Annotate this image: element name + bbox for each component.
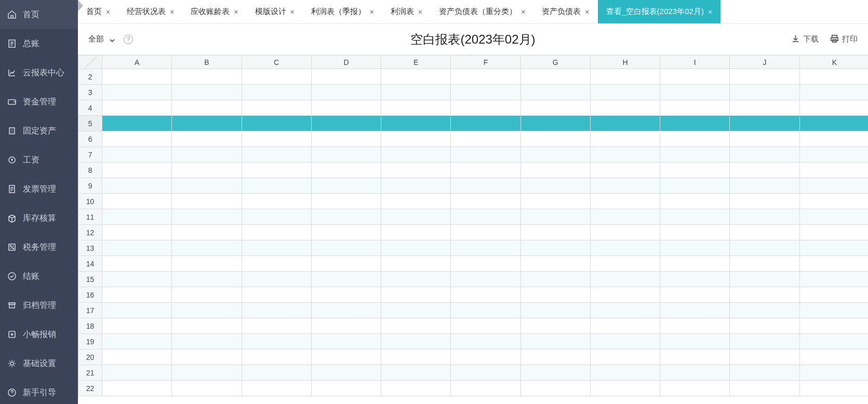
cell-H11[interactable] xyxy=(590,209,660,225)
cell-C2[interactable] xyxy=(242,69,311,85)
row-header-6[interactable]: 6 xyxy=(78,131,102,147)
cell-G22[interactable] xyxy=(520,381,590,396)
cell-B4[interactable] xyxy=(172,100,242,116)
sidebar-item-building[interactable]: 固定资产 xyxy=(0,116,78,145)
cell-F7[interactable] xyxy=(451,147,520,163)
cell-F16[interactable] xyxy=(451,287,520,303)
cell-I11[interactable] xyxy=(660,209,730,225)
row-header-10[interactable]: 10 xyxy=(78,194,102,209)
cell-E7[interactable] xyxy=(381,147,451,163)
cell-H6[interactable] xyxy=(590,131,660,147)
cell-D14[interactable] xyxy=(311,256,381,272)
cell-G19[interactable] xyxy=(520,334,590,349)
row-header-13[interactable]: 13 xyxy=(78,240,102,256)
cell-G9[interactable] xyxy=(520,178,590,194)
row-header-19[interactable]: 19 xyxy=(78,334,102,349)
cell-K6[interactable] xyxy=(799,131,868,147)
cell-H16[interactable] xyxy=(590,287,660,303)
sidebar-item-close-period[interactable]: 结账 xyxy=(0,262,78,291)
cell-A15[interactable] xyxy=(102,272,172,287)
cell-A21[interactable] xyxy=(102,365,172,381)
close-icon[interactable]: × xyxy=(290,8,295,16)
cell-F12[interactable] xyxy=(451,225,520,240)
cell-C10[interactable] xyxy=(242,194,311,209)
cell-B18[interactable] xyxy=(172,318,242,334)
row-header-17[interactable]: 17 xyxy=(78,303,102,318)
cell-K2[interactable] xyxy=(799,69,868,85)
row-header-11[interactable]: 11 xyxy=(78,209,102,225)
row-header-21[interactable]: 21 xyxy=(78,365,102,381)
cell-G20[interactable] xyxy=(520,349,590,365)
sidebar-item-home[interactable]: 首页 xyxy=(0,0,78,29)
cell-J13[interactable] xyxy=(730,240,799,256)
cell-F13[interactable] xyxy=(451,240,520,256)
tab-2[interactable]: 应收账龄表× xyxy=(182,0,246,23)
cell-B19[interactable] xyxy=(172,334,242,349)
cell-G16[interactable] xyxy=(520,287,590,303)
cell-F6[interactable] xyxy=(451,131,520,147)
cell-K14[interactable] xyxy=(799,256,868,272)
cell-C21[interactable] xyxy=(242,365,311,381)
cell-A12[interactable] xyxy=(102,225,172,240)
cell-H20[interactable] xyxy=(590,349,660,365)
sidebar-item-guide[interactable]: 新手引导 xyxy=(0,378,78,404)
cell-A20[interactable] xyxy=(102,349,172,365)
cell-I7[interactable] xyxy=(660,147,730,163)
cell-E11[interactable] xyxy=(381,209,451,225)
cell-H3[interactable] xyxy=(590,85,660,100)
cell-B8[interactable] xyxy=(172,163,242,178)
cell-I9[interactable] xyxy=(660,178,730,194)
cell-F2[interactable] xyxy=(451,69,520,85)
cell-C13[interactable] xyxy=(242,240,311,256)
cell-H15[interactable] xyxy=(590,272,660,287)
cell-J16[interactable] xyxy=(730,287,799,303)
cell-J17[interactable] xyxy=(730,303,799,318)
print-button[interactable]: 打印 xyxy=(830,34,858,45)
cell-D20[interactable] xyxy=(311,349,381,365)
cell-K5[interactable] xyxy=(799,116,868,131)
cell-H5[interactable] xyxy=(590,116,660,131)
cell-B15[interactable] xyxy=(172,272,242,287)
cell-E2[interactable] xyxy=(381,69,451,85)
cell-E5[interactable] xyxy=(381,116,451,131)
cell-B2[interactable] xyxy=(172,69,242,85)
cell-G8[interactable] xyxy=(520,163,590,178)
cell-E10[interactable] xyxy=(381,194,451,209)
cell-J9[interactable] xyxy=(730,178,799,194)
row-header-18[interactable]: 18 xyxy=(78,318,102,334)
cell-F4[interactable] xyxy=(451,100,520,116)
tab-0[interactable]: 首页× xyxy=(78,0,118,23)
row-header-9[interactable]: 9 xyxy=(78,178,102,194)
cell-I10[interactable] xyxy=(660,194,730,209)
cell-J12[interactable] xyxy=(730,225,799,240)
cell-E3[interactable] xyxy=(381,85,451,100)
cell-B12[interactable] xyxy=(172,225,242,240)
cell-F8[interactable] xyxy=(451,163,520,178)
cell-D2[interactable] xyxy=(311,69,381,85)
cell-F14[interactable] xyxy=(451,256,520,272)
cell-F9[interactable] xyxy=(451,178,520,194)
close-icon[interactable]: × xyxy=(521,8,525,16)
tab-1[interactable]: 经营状况表× xyxy=(118,0,182,23)
cell-J15[interactable] xyxy=(730,272,799,287)
close-icon[interactable]: × xyxy=(708,8,712,16)
cell-D17[interactable] xyxy=(311,303,381,318)
cell-D5[interactable] xyxy=(311,116,381,131)
spreadsheet[interactable]: ABCDEFGHIJK23456789101112131415161718192… xyxy=(78,55,868,404)
cell-H8[interactable] xyxy=(590,163,660,178)
row-header-14[interactable]: 14 xyxy=(78,256,102,272)
col-header-A[interactable]: A xyxy=(102,56,172,69)
cell-I19[interactable] xyxy=(660,334,730,349)
cell-J3[interactable] xyxy=(730,85,799,100)
cell-C22[interactable] xyxy=(242,381,311,396)
cell-D11[interactable] xyxy=(311,209,381,225)
tab-3[interactable]: 模版设计× xyxy=(247,0,303,23)
tab-7[interactable]: 资产负债表× xyxy=(533,0,597,23)
cell-E9[interactable] xyxy=(381,178,451,194)
cell-D12[interactable] xyxy=(311,225,381,240)
close-icon[interactable]: × xyxy=(370,8,374,16)
cell-E13[interactable] xyxy=(381,240,451,256)
cell-K3[interactable] xyxy=(799,85,868,100)
cell-J4[interactable] xyxy=(730,100,799,116)
cell-B3[interactable] xyxy=(172,85,242,100)
